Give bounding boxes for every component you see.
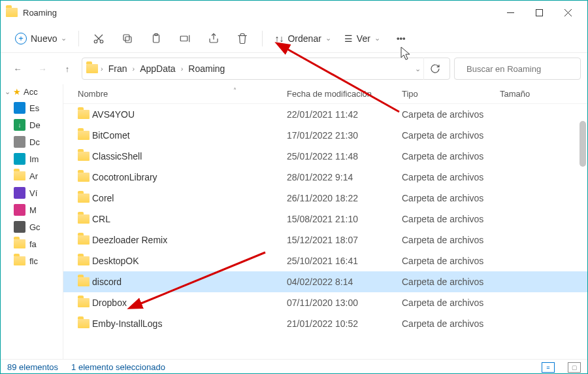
up-button[interactable]: ↑ <box>57 58 78 79</box>
table-row[interactable]: discord04/02/2022 8:14Carpeta de archivo… <box>63 271 587 292</box>
row-type: Carpeta de archivos <box>402 318 500 329</box>
view-button[interactable]: ☰ Ver ⌄ <box>339 31 385 46</box>
content: ⌄ ★ Acc Es↓DeDcImArVíMGcfaflc ˄ Nombre F… <box>1 84 587 359</box>
row-date: 17/01/2022 21:30 <box>287 130 402 141</box>
table-row[interactable]: AVS4YOU22/01/2021 11:42Carpeta de archiv… <box>63 104 587 125</box>
folder-icon <box>78 235 92 245</box>
maximize-button[interactable] <box>525 1 553 24</box>
table-row[interactable]: DesktopOK25/10/2021 16:41Carpeta de arch… <box>63 250 587 271</box>
search-box[interactable] <box>454 58 581 80</box>
row-date: 04/02/2022 8:14 <box>287 277 402 287</box>
row-name: Dropbox <box>92 298 287 308</box>
sidebar-item[interactable]: fa <box>1 235 63 252</box>
folder-icon <box>78 194 92 203</box>
app-icon <box>14 221 25 233</box>
table-row[interactable]: Dropbox07/11/2020 13:00Carpeta de archiv… <box>63 292 587 313</box>
column-headers: ˄ Nombre Fecha de modificación Tipo Tama… <box>63 84 587 104</box>
row-type: Carpeta de archivos <box>402 151 500 162</box>
scrollbar[interactable] <box>580 121 586 167</box>
row-name: AVS4YOU <box>92 109 287 120</box>
minimize-button[interactable] <box>496 1 525 24</box>
delete-button[interactable] <box>229 27 255 50</box>
more-button[interactable]: ••• <box>388 27 414 50</box>
folder-icon <box>14 239 25 248</box>
row-type: Carpeta de archivos <box>402 298 500 308</box>
sidebar-item[interactable]: Im <box>1 150 63 167</box>
row-name: Corel <box>92 193 287 203</box>
thumb-view-toggle[interactable]: ▢ <box>568 362 581 373</box>
view-label: Ver <box>357 33 370 44</box>
chevron-down-icon: ⌄ <box>325 34 331 42</box>
col-date[interactable]: Fecha de modificación <box>287 89 402 99</box>
details-view-toggle[interactable]: ≡ <box>542 362 555 373</box>
folder-icon <box>78 298 92 307</box>
separator <box>78 31 79 46</box>
sidebar-item-label: flc <box>29 256 38 266</box>
svg-rect-8 <box>125 37 131 42</box>
back-button[interactable]: ← <box>7 58 28 79</box>
cut-button[interactable] <box>86 27 112 50</box>
table-row[interactable]: Deezloader Remix15/12/2021 18:07Carpeta … <box>63 230 587 250</box>
rename-button[interactable] <box>172 27 198 50</box>
chevron-down-icon[interactable]: ⌄ <box>415 65 421 73</box>
chevron-right-icon: › <box>181 65 184 73</box>
new-button[interactable]: + Nuevo ⌄ <box>10 30 72 47</box>
row-type: Carpeta de archivos <box>402 130 500 141</box>
breadcrumb[interactable]: Fran <box>106 62 130 75</box>
breadcrumb[interactable]: AppData <box>137 62 178 75</box>
table-row[interactable]: Corel26/11/2020 18:22Carpeta de archivos <box>63 188 587 209</box>
sidebar-item[interactable]: Es <box>1 99 63 116</box>
breadcrumb-bar[interactable]: › Fran › AppData › Roaming ⌄ <box>82 58 450 80</box>
close-button[interactable] <box>553 1 582 24</box>
row-date: 22/01/2021 11:42 <box>287 109 402 120</box>
sidebar-quick-label: Acc <box>24 87 38 97</box>
folder-icon <box>14 256 25 265</box>
refresh-button[interactable] <box>423 58 446 80</box>
row-date: 28/01/2022 9:14 <box>287 172 402 182</box>
table-row[interactable]: ClassicShell25/01/2022 11:48Carpeta de a… <box>63 146 587 167</box>
table-row[interactable]: BitComet17/01/2022 21:30Carpeta de archi… <box>63 125 587 146</box>
chevron-down-icon: ⌄ <box>61 34 67 42</box>
star-icon: ★ <box>13 87 21 97</box>
sidebar-item-label: Im <box>29 154 39 164</box>
sidebar-item[interactable]: Ar <box>1 167 63 184</box>
row-date: 15/12/2021 18:07 <box>287 235 402 245</box>
row-name: discord <box>92 277 287 287</box>
app-icon <box>14 187 25 199</box>
sort-button[interactable]: ↑↓ Ordenar ⌄ <box>269 31 336 46</box>
sidebar-item[interactable]: ↓De <box>1 116 63 133</box>
app-icon <box>14 153 25 165</box>
sidebar-item-label: De <box>29 120 41 130</box>
sort-indicator-icon: ˄ <box>233 87 237 94</box>
breadcrumb[interactable]: Roaming <box>186 62 227 75</box>
table-row[interactable]: CocotronLibrary28/01/2022 9:14Carpeta de… <box>63 167 587 188</box>
sidebar-item[interactable]: flc <box>1 252 63 269</box>
table-row[interactable]: Emby-InstallLogs21/01/2022 10:52Carpeta … <box>63 313 587 334</box>
sidebar-item-label: Ar <box>29 171 38 181</box>
forward-button[interactable]: → <box>32 58 53 79</box>
app-icon: ↓ <box>14 119 25 131</box>
row-type: Carpeta de archivos <box>402 214 500 224</box>
status-selected: 1 elemento seleccionado <box>71 362 165 372</box>
copy-button[interactable] <box>114 27 140 50</box>
folder-icon <box>78 214 92 224</box>
paste-button[interactable] <box>143 27 169 50</box>
share-button[interactable] <box>201 27 227 50</box>
row-date: 25/01/2022 11:48 <box>287 151 402 162</box>
sidebar-quick-access[interactable]: ⌄ ★ Acc <box>1 84 63 99</box>
titlebar: Roaming <box>1 1 587 24</box>
sidebar-item[interactable]: Ví <box>1 184 63 201</box>
sidebar-item[interactable]: Dc <box>1 133 63 150</box>
col-name[interactable]: Nombre <box>78 89 287 99</box>
sidebar-item[interactable]: M <box>1 201 63 218</box>
row-name: Deezloader Remix <box>92 235 287 245</box>
row-name: Emby-InstallLogs <box>92 318 287 329</box>
sidebar-item[interactable]: Gc <box>1 218 63 235</box>
new-label: Nuevo <box>31 33 57 44</box>
search-input[interactable] <box>466 64 576 74</box>
col-size[interactable]: Tamaño <box>500 89 587 99</box>
separator <box>262 31 263 46</box>
folder-icon <box>78 152 92 161</box>
table-row[interactable]: CRL15/08/2021 21:10Carpeta de archivos <box>63 209 587 230</box>
col-type[interactable]: Tipo <box>402 89 500 99</box>
